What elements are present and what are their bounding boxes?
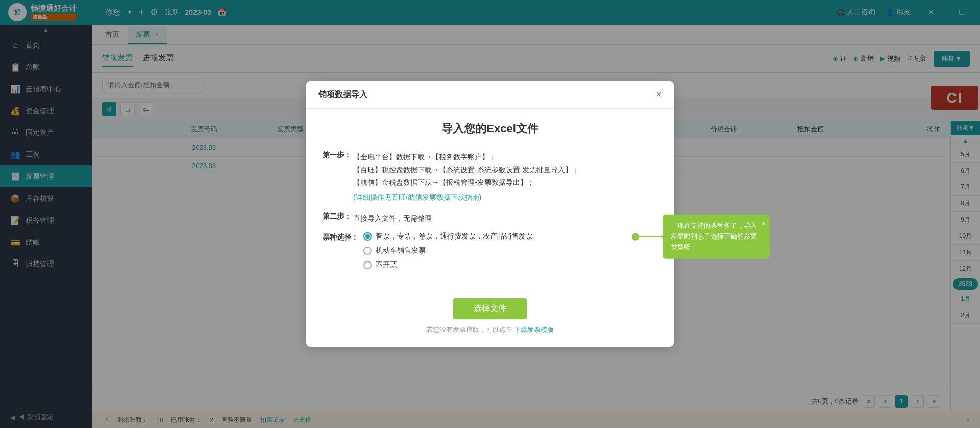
step1-line1: 【全电平台】数据下载→【税务数字账户】； (353, 151, 579, 163)
radio-group: 普票，专票，卷票，通行费发票，农产品销售发票 × ｜现在支持的票种多了，导入发票… (363, 232, 657, 270)
tooltip-bubble: × ｜现在支持的票种多了，导入发票时别忘了选择正确的发票类型呀！ (663, 215, 770, 258)
download-hint: 若您没有发票模版，可以点击 下载发票模版 (323, 325, 657, 335)
radio-label-no-ticket: 不开票 (376, 260, 397, 270)
tooltip-text: ｜ (671, 222, 677, 229)
tooltip-container: × ｜现在支持的票种多了，导入发票时别忘了选择正确的发票类型呀！ (663, 215, 770, 258)
modal-main-title: 导入您的Excel文件 (323, 121, 657, 136)
modal-title: 销项数据导入 (318, 89, 368, 100)
step1-line3: 【航信】金税盘数据下载→【报税管理-发票数据导出】； (353, 176, 579, 189)
modal-body: 导入您的Excel文件 第一步： 【全电平台】数据下载→【税务数字账户】； 【百… (306, 109, 674, 291)
tooltip-close-btn[interactable]: × (762, 218, 766, 229)
ticket-choice-label: 票种选择： (323, 233, 358, 241)
step1-row: 第一步： 【全电平台】数据下载→【税务数字账户】； 【百旺】税控盘数据下载→【系… (323, 151, 657, 204)
step1-guide-link[interactable]: (详细操作见百旺/航信发票数据下载指南) (353, 193, 481, 201)
tooltip-main-text: 现在支持的票种多了，导入发票时别忘了选择正确的发票类型呀！ (671, 222, 757, 251)
step1-label: 第一步： (323, 151, 353, 204)
modal-header: 销项数据导入 × (306, 81, 674, 109)
step1-line2: 【百旺】税控盘数据下载→【系统设置-系统参数设置-发票批量导入】； (353, 163, 579, 176)
tooltip-arrow (658, 234, 664, 239)
select-file-btn[interactable]: 选择文件 (453, 298, 527, 319)
download-hint-text: 若您没有发票模版，可以点击 (426, 326, 512, 334)
step1-content: 【全电平台】数据下载→【税务数字账户】； 【百旺】税控盘数据下载→【系统设置-系… (353, 151, 579, 204)
modal-overlay[interactable]: 销项数据导入 × 导入您的Excel文件 第一步： 【全电平台】数据下载→【税务… (0, 0, 980, 428)
radio-circle-general (363, 232, 372, 241)
download-template-link[interactable]: 下载发票模版 (514, 326, 554, 334)
step2-row: 第二步： 直接导入文件，无需整理 (323, 212, 657, 225)
radio-no-ticket[interactable]: 不开票 (363, 260, 657, 270)
ticket-choice: 票种选择： 普票，专票，卷票，通行费发票，农产品销售发票 (323, 233, 657, 270)
radio-dot-general (365, 234, 370, 239)
radio-motor[interactable]: 机动车销售发票 (363, 246, 657, 255)
modal-footer: 选择文件 若您没有发票模版，可以点击 下载发票模版 (306, 290, 674, 347)
radio-general[interactable]: 普票，专票，卷票，通行费发票，农产品销售发票 × ｜现在支持的票种多了，导入发票… (363, 232, 657, 241)
step2-content: 直接导入文件，无需整理 (353, 212, 432, 225)
radio-label-general: 普票，专票，卷票，通行费发票，农产品销售发票 (376, 232, 533, 241)
modal-close-btn[interactable]: × (656, 89, 662, 100)
radio-circle-no-ticket (363, 261, 372, 269)
radio-circle-motor (363, 247, 372, 255)
modal-dialog: 销项数据导入 × 导入您的Excel文件 第一步： 【全电平台】数据下载→【税务… (306, 81, 674, 347)
step2-label: 第二步： (323, 212, 353, 225)
radio-label-motor: 机动车销售发票 (376, 246, 426, 255)
